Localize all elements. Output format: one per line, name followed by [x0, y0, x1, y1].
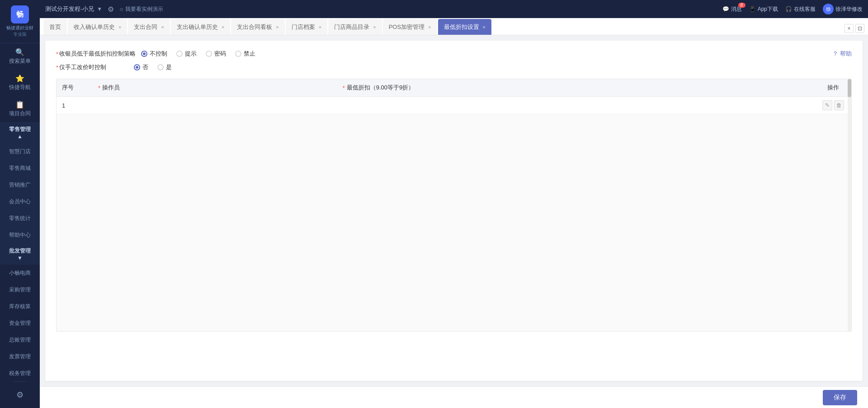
help-link[interactable]: ？ 帮助	[832, 50, 852, 58]
cell-action: ✎ 🗑	[815, 97, 851, 114]
table-row: 1 ✎ 🗑	[57, 97, 851, 114]
radio-no-control[interactable]: 不控制	[141, 50, 167, 58]
close-icon[interactable]: ×	[222, 24, 224, 30]
demo-text: 我要看实例演示	[125, 5, 163, 13]
sidebar-item-ecommerce[interactable]: 小畅电商	[0, 265, 40, 281]
sidebar-item-inventory[interactable]: 库存核算	[0, 298, 40, 315]
save-button[interactable]: 保存	[823, 390, 857, 405]
cell-discount[interactable]	[337, 102, 815, 109]
sidebar-item-project-contract[interactable]: 📋 项目合同	[0, 96, 40, 122]
logo-icon: 畅	[11, 5, 29, 23]
tab-payment-confirm-history-label: 支出确认单历史	[177, 23, 218, 31]
tab-pos-password-mgmt-label: POS加密管理	[389, 23, 425, 31]
row-edit-button[interactable]: ✎	[822, 100, 832, 110]
question-icon: ？	[832, 50, 838, 58]
tab-home[interactable]: 首页	[43, 19, 67, 35]
expand-tab-button[interactable]: ⊡	[855, 24, 864, 33]
sidebar-item-purchase-mgmt[interactable]: 采购管理	[0, 281, 40, 298]
sidebar-item-smart-store[interactable]: 智慧门店	[0, 143, 40, 160]
tab-income-confirm-history-label: 收入确认单历史	[74, 23, 115, 31]
project-selector[interactable]: 测试分开发程-小兄 ▼	[45, 5, 102, 13]
tab-payment-confirm-history[interactable]: 支出确认单历史 ×	[171, 19, 230, 35]
online-support-action[interactable]: 🎧 在线客服	[785, 5, 816, 13]
radio-prompt[interactable]: 提示	[176, 50, 197, 58]
tab-controls: × ⊡	[844, 24, 864, 35]
tab-income-confirm-history[interactable]: 收入确认单历史 ×	[68, 19, 127, 35]
close-icon[interactable]: ×	[276, 24, 278, 30]
close-icon[interactable]: ×	[161, 24, 164, 30]
close-icon[interactable]: ×	[483, 24, 486, 30]
close-tab-button[interactable]: ×	[844, 24, 854, 33]
messages-action[interactable]: 💬 消息 8	[722, 5, 742, 13]
tab-store-archive-label: 门店档案	[292, 23, 315, 31]
sidebar-item-tax-mgmt[interactable]: 税务管理	[0, 365, 40, 381]
sidebar-item-search[interactable]: 🔍 搜索菜单	[0, 43, 40, 70]
sidebar-item-invoice-mgmt[interactable]: 发票管理	[0, 348, 40, 365]
tab-pos-password-mgmt[interactable]: POS加密管理 ×	[383, 19, 437, 35]
topbar-actions: 💬 消息 8 📱 App下载 🎧 在线客服 徐 徐泽华修改	[722, 4, 863, 14]
demo-link[interactable]: ○ 我要看实例演示	[119, 5, 163, 13]
delete-icon: 🗑	[836, 102, 842, 108]
tab-min-discount-setting[interactable]: 最低折扣设置 ×	[438, 19, 491, 35]
avatar: 徐	[823, 4, 834, 14]
app-icon: 📱	[749, 6, 756, 12]
scrollbar-thumb[interactable]	[848, 79, 851, 97]
content-wrapper: ？ 帮助 * 收银员低于最低折扣控制策略	[40, 35, 868, 408]
sidebar-item-retail-stats[interactable]: 零售统计	[0, 210, 40, 227]
star-icon: ⭐	[15, 74, 24, 83]
table-scrollbar[interactable]	[848, 79, 851, 331]
sidebar-item-help-center[interactable]: 帮助中心	[0, 227, 40, 244]
tab-payment-contract-label: 支出合同	[134, 23, 157, 31]
tab-store-catalog[interactable]: 门店商品目录 ×	[328, 19, 382, 35]
table-empty-area	[57, 114, 851, 331]
app-download-action[interactable]: 📱 App下载	[749, 5, 778, 13]
edit-icon: ✎	[825, 102, 830, 108]
discount-control-label: * 收银员低于最低折扣控制策略	[56, 50, 136, 58]
sidebar-logo: 畅 畅捷通好业财 专业版	[0, 0, 40, 43]
settings-icon[interactable]: ⚙	[14, 387, 26, 403]
sidebar-item-retail-mall[interactable]: 零售商城	[0, 160, 40, 177]
app-download-label: App下载	[758, 5, 778, 13]
main-content: ？ 帮助 * 收银员低于最低折扣控制策略	[40, 35, 868, 386]
tab-payment-contract-board[interactable]: 支出合同看板 ×	[231, 19, 284, 35]
form-section: * 收银员低于最低折扣控制策略 不控制	[56, 50, 852, 71]
sidebar-item-member-center[interactable]: 会员中心	[0, 193, 40, 210]
row-delete-button[interactable]: 🗑	[834, 100, 844, 110]
main-area: 测试分开发程-小兄 ▼ ⚙ ○ 我要看实例演示 💬 消息 8 📱 App下载 🎧…	[40, 0, 868, 408]
radio-circle-password	[206, 51, 212, 57]
close-icon[interactable]: ×	[319, 24, 321, 30]
sidebar-item-wholesale-mgmt[interactable]: 批发管理 ▼	[0, 244, 40, 265]
demo-icon: ○	[119, 5, 123, 13]
col-header-operator: * 操作员	[93, 79, 337, 96]
radio-no[interactable]: 否	[134, 63, 148, 71]
close-icon[interactable]: ×	[118, 24, 121, 30]
topbar: 测试分开发程-小兄 ▼ ⚙ ○ 我要看实例演示 💬 消息 8 📱 App下载 🎧…	[40, 0, 868, 18]
radio-forbid[interactable]: 禁止	[235, 50, 255, 58]
logo-name: 畅捷通好业财	[6, 25, 33, 31]
table-header: 序号 * 操作员 * 最低折扣（9.00等于9折） 操作	[57, 79, 851, 97]
manual-price-label: * 仅手工改价时控制	[56, 63, 128, 71]
close-icon[interactable]: ×	[373, 24, 376, 30]
project-dropdown-icon: ▼	[97, 6, 102, 12]
topbar-settings-icon[interactable]: ⚙	[108, 5, 114, 14]
sidebar-item-marketing[interactable]: 营销推广	[0, 177, 40, 193]
user-menu[interactable]: 徐 徐泽华修改	[823, 4, 863, 14]
tab-payment-contract[interactable]: 支出合同 ×	[128, 19, 170, 35]
sidebar-item-retail-mgmt[interactable]: 零售管理 ▲	[0, 122, 40, 143]
tab-store-archive[interactable]: 门店档案 ×	[286, 19, 327, 35]
sidebar-item-accounting[interactable]: 总账管理	[0, 332, 40, 348]
contract-icon: 📋	[15, 100, 24, 109]
radio-circle-no	[134, 64, 140, 70]
radio-circle-yes	[157, 64, 164, 70]
radio-password[interactable]: 密码	[206, 50, 226, 58]
discount-control-row: * 收银员低于最低折扣控制策略 不控制	[56, 50, 852, 58]
sidebar-item-fund-mgmt[interactable]: 资金管理	[0, 315, 40, 332]
required-mark: *	[56, 51, 58, 57]
required-mark2: *	[56, 64, 58, 71]
cell-operator[interactable]	[93, 102, 337, 109]
help-label: 帮助	[840, 50, 852, 58]
cell-seq: 1	[57, 98, 93, 113]
close-icon[interactable]: ×	[428, 24, 431, 30]
radio-yes[interactable]: 是	[157, 63, 172, 71]
sidebar-item-quick-nav[interactable]: ⭐ 快捷导航	[0, 70, 40, 96]
